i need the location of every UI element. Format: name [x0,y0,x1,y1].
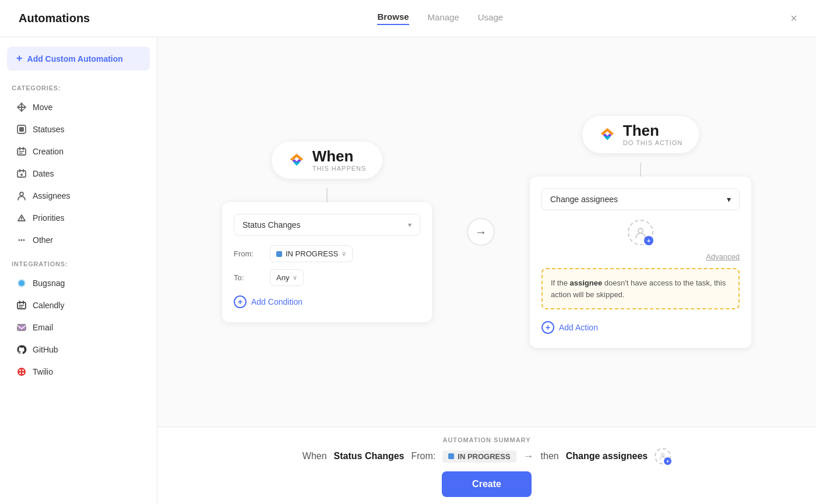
create-btn-area: Create [181,464,793,504]
integrations-label: INTEGRATIONS: [0,251,157,272]
plus-badge-icon: + [644,236,653,245]
svg-rect-1 [19,127,24,132]
sidebar-item-calendly[interactable]: Calendly [5,294,152,316]
summary-label: AUTOMATION SUMMARY [181,427,793,448]
svg-rect-11 [17,325,26,330]
sidebar-item-label: Other [33,235,53,245]
sidebar-item-email[interactable]: Email [5,316,152,339]
sidebar-item-assignees[interactable]: Assignees [5,185,152,207]
trigger-dropdown[interactable]: Status Changes ▾ [234,214,420,236]
sidebar-item-dates[interactable]: Dates [5,163,152,185]
statuses-icon [16,124,27,135]
main-content: When THIS HAPPENS Status Changes ▾ From: [157,37,816,504]
sidebar-item-label: Statuses [33,125,64,134]
arrow-circle: → [467,218,495,246]
to-value-label: Any [276,273,289,282]
summary-then-text: then [541,451,559,461]
sidebar-item-creation[interactable]: Creation [5,140,152,163]
action-card: Change assignees ▾ + Advanced [530,177,751,348]
assignee-placeholder: + [541,220,740,245]
warning-bold: assignee [570,279,603,287]
tab-usage[interactable]: Usage [478,12,503,24]
svg-point-5 [20,192,23,196]
nav-tabs: Browse Manage Usage [377,12,503,25]
to-label: To: [234,273,263,282]
add-action-button[interactable]: + Add Action [541,319,598,336]
then-header: Then DO THIS ACTION [582,116,699,153]
svg-point-4 [20,174,23,176]
sidebar-item-other[interactable]: Other [5,229,152,251]
svg-point-15 [19,372,21,374]
categories-label: CATEGORIES: [0,75,157,96]
sidebar-item-label: Assignees [33,191,71,200]
sidebar-item-label: Email [33,323,53,332]
sidebar-item-label: Creation [33,147,64,156]
advanced-link[interactable]: Advanced [541,252,740,261]
plus-icon: + [16,52,23,65]
warning-box: If the assignee doesn't have access to t… [541,268,740,309]
creation-icon [16,146,27,157]
sidebar-item-label: Bugsnag [33,279,65,288]
close-button[interactable]: × [790,12,797,25]
other-icon [16,235,27,245]
to-field-row: To: Any ∨ [234,269,420,286]
bugsnag-icon [16,278,27,288]
right-arrow-icon: → [475,225,487,239]
chevron-down-icon: ∨ [342,250,346,258]
svg-point-18 [662,453,664,456]
connector-line-then-top [640,163,641,177]
svg-point-12 [17,368,26,376]
status-dot-in-progress [276,251,282,257]
then-header-text: Then DO THIS ACTION [623,123,683,146]
create-button[interactable]: Create [442,471,532,497]
sidebar-item-github[interactable]: GitHub [5,339,152,361]
sidebar-item-label: Dates [33,169,54,178]
svg-point-14 [22,369,24,371]
then-subtitle: DO THIS ACTION [623,139,683,146]
when-block: When THIS HAPPENS Status Changes ▾ From: [222,142,432,322]
sidebar-item-label: GitHub [33,345,58,354]
move-icon [16,102,27,112]
sidebar-item-priorities[interactable]: Priorities [5,207,152,229]
svg-point-6 [21,220,22,221]
dates-icon [16,168,27,179]
from-field-row: From: IN PROGRESS ∨ [234,245,420,262]
then-title: Then [623,123,683,138]
summary-bar: AUTOMATION SUMMARY When Status Changes F… [157,427,816,504]
summary-from-text: From: [411,451,436,461]
trigger-card: Status Changes ▾ From: IN PROGRESS ∨ To: [222,202,432,322]
status-dot-summary [448,453,454,459]
trigger-label: Status Changes [242,220,301,230]
arrow-connector: → [467,218,495,246]
sidebar-item-statuses[interactable]: Statuses [5,118,152,140]
from-label: From: [234,249,263,258]
github-icon [16,344,27,355]
add-condition-button[interactable]: + Add Condition [234,293,303,311]
summary-from-status: IN PROGRESS [458,452,510,461]
when-header-text: When THIS HAPPENS [312,149,367,172]
tab-manage[interactable]: Manage [428,12,459,24]
app-title: Automations [19,12,90,25]
from-value-dropdown[interactable]: IN PROGRESS ∨ [270,245,353,262]
main-layout: + Add Custom Automation CATEGORIES: Move… [0,37,816,504]
clickup-when-icon [288,151,305,169]
to-value-dropdown[interactable]: Any ∨ [270,269,304,286]
add-custom-automation-button[interactable]: + Add Custom Automation [7,47,150,71]
svg-point-17 [638,228,643,233]
assignee-icon: + [628,220,653,245]
plus-circle-icon: + [234,295,247,308]
sidebar-item-label: Priorities [33,213,64,223]
priorities-icon [16,213,27,223]
chevron-down-icon: ▾ [408,221,411,229]
twilio-icon [16,366,27,377]
tab-browse[interactable]: Browse [377,12,409,25]
when-subtitle: THIS HAPPENS [312,165,367,172]
sidebar-item-twilio[interactable]: Twilio [5,361,152,383]
summary-when-text: When [303,451,327,461]
svg-point-8 [21,239,23,241]
sidebar-item-bugsnag[interactable]: Bugsnag [5,272,152,294]
action-dropdown[interactable]: Change assignees ▾ [541,188,740,210]
svg-point-13 [19,369,21,371]
summary-assignee-icon: + [655,448,671,464]
sidebar-item-move[interactable]: Move [5,96,152,118]
